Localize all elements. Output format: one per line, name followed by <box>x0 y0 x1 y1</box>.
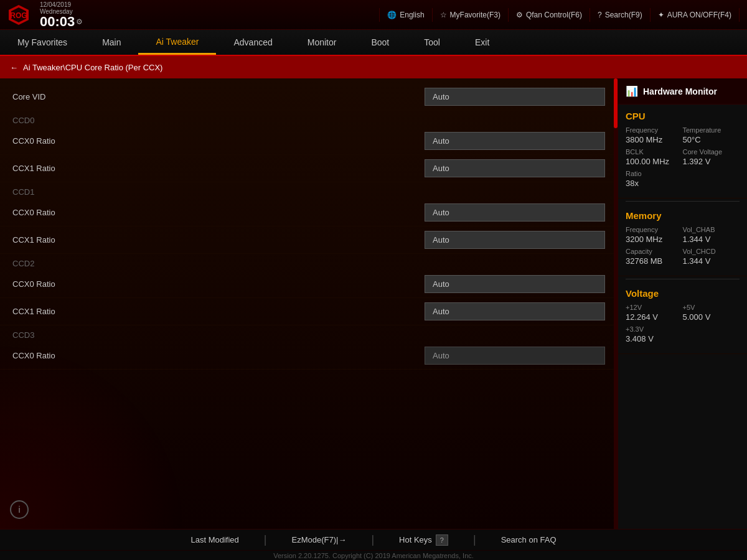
mem-volchcd-value: 1.344 V <box>683 256 740 266</box>
volt-33v-col: +3.3V 3.408 V <box>626 325 740 343</box>
myfavorite-btn[interactable]: ☆ MyFavorite(F3) <box>433 8 509 22</box>
nav-tool[interactable]: Tool <box>406 30 458 55</box>
hot-keys-icon: ? <box>436 534 448 546</box>
ccd1-ccx0-box: Auto <box>425 203 605 222</box>
aura-icon: ✦ <box>658 11 664 19</box>
ccd3-header: CCD3 <box>0 325 618 342</box>
volt-12v-5v-row: +12V 12.264 V +5V 5.000 V <box>626 304 740 322</box>
cpu-corevoltage-value: 1.392 V <box>683 157 740 166</box>
mem-freq-label: Frequency <box>626 226 683 233</box>
date-display: 12/04/2019Wednesday <box>40 1 73 15</box>
language-btn[interactable]: 🌐 English <box>379 8 432 22</box>
nav-monitor[interactable]: Monitor <box>290 30 354 55</box>
qfan-btn[interactable]: ⚙ Qfan Control(F6) <box>509 8 590 22</box>
footer-sep-2: | <box>371 533 374 546</box>
aura-btn[interactable]: ✦ AURA ON/OFF(F4) <box>651 8 740 22</box>
ccd2-ccx0-row[interactable]: CCX0 Ratio Auto <box>0 271 618 298</box>
nav-exit[interactable]: Exit <box>458 30 507 55</box>
nav-main[interactable]: Main <box>85 30 138 55</box>
star-icon: ☆ <box>440 11 447 19</box>
last-modified-btn[interactable]: Last Modified <box>190 535 238 544</box>
scroll-thumb[interactable] <box>614 78 618 128</box>
mem-capacity-volchcd-row: Capacity 32768 MB Vol_CHCD 1.344 V <box>626 248 740 266</box>
ccd1-ccx1-label: CCX1 Ratio <box>12 235 425 245</box>
info-area: i <box>10 500 29 519</box>
mem-freq-col: Frequency 3200 MHz <box>626 226 683 244</box>
hw-monitor-title: Hardware Monitor <box>643 86 717 96</box>
cpu-ratio-col: Ratio 38x <box>626 170 740 188</box>
nav-ai-tweaker-label: Ai Tweaker <box>156 37 199 47</box>
svg-text:ROG: ROG <box>10 11 27 20</box>
volt-33v-value: 3.408 V <box>626 334 740 343</box>
volt-33v-label: +3.3V <box>626 325 740 333</box>
cpu-temp-col: Temperature 50°C <box>683 126 740 144</box>
datetime: 12/04/2019Wednesday 00:03 ⚙ <box>40 1 83 29</box>
cpu-ratio-value: 38x <box>626 179 740 188</box>
voltage-section: Voltage +12V 12.264 V +5V 5.000 V +3.3V … <box>618 282 747 354</box>
nav-advanced-label: Advanced <box>233 37 272 47</box>
ccd0-ccx0-label: CCX0 Ratio <box>12 136 425 146</box>
core-vid-value: Auto <box>425 88 605 106</box>
nav-ai-tweaker[interactable]: Ai Tweaker <box>138 30 216 55</box>
ccd0-ccx0-row[interactable]: CCX0 Ratio Auto <box>0 128 618 155</box>
ccd2-ccx1-row[interactable]: CCX1 Ratio Auto <box>0 298 618 325</box>
fan-icon: ⚙ <box>516 11 523 19</box>
memory-section-title: Memory <box>626 210 740 221</box>
cpu-bclk-value: 100.00 MHz <box>626 157 683 166</box>
footer-sep-1: | <box>264 533 267 546</box>
time-display: 00:03 <box>40 15 75 29</box>
ccd3-ccx0-row[interactable]: CCX0 Ratio Auto <box>0 342 618 370</box>
ccd0-ccx0-box: Auto <box>425 132 605 150</box>
ccd1-ccx1-row[interactable]: CCX1 Ratio Auto <box>0 226 618 254</box>
ccd0-ccx1-box: Auto <box>425 159 605 177</box>
aura-label: AURA ON/OFF(F4) <box>667 11 731 19</box>
cpu-corevoltage-col: Core Voltage 1.392 V <box>683 148 740 166</box>
mem-capacity-col: Capacity 32768 MB <box>626 248 683 266</box>
hot-keys-btn[interactable]: Hot Keys ? <box>399 534 448 546</box>
ccd0-ccx1-row[interactable]: CCX1 Ratio Auto <box>0 155 618 182</box>
mem-freq-value: 3200 MHz <box>626 235 683 244</box>
volt-5v-col: +5V 5.000 V <box>683 304 740 322</box>
mem-volchcd-label: Vol_CHCD <box>683 248 740 255</box>
memory-section: Memory Frequency 3200 MHz Vol_CHAB 1.344… <box>618 204 747 276</box>
ccd1-ccx0-row[interactable]: CCX0 Ratio Auto <box>0 199 618 226</box>
footer-version: Version 2.20.1275. Copyright (C) 2019 Am… <box>273 551 474 560</box>
hw-divider-2 <box>626 279 740 279</box>
volt-12v-label: +12V <box>626 304 683 311</box>
cpu-temp-value: 50°C <box>683 135 740 144</box>
hw-monitor-panel: 📊 Hardware Monitor CPU Frequency 3800 MH… <box>618 78 747 529</box>
ccd2-ccx1-value: Auto <box>425 302 605 320</box>
ez-mode-btn[interactable]: EzMode(F7)|→ <box>291 535 346 544</box>
setting-row[interactable]: Core VID Auto <box>0 83 618 111</box>
search-faq-label: Search on FAQ <box>501 535 557 544</box>
mem-volchab-value: 1.344 V <box>683 235 740 244</box>
hw-monitor-header: 📊 Hardware Monitor <box>618 78 747 105</box>
settings-icon[interactable]: ⚙ <box>76 17 83 26</box>
content-panel: Core VID Auto CCD0 CCX0 Ratio Auto CCX1 … <box>0 78 618 529</box>
ccd1-ccx1-value: Auto <box>425 231 605 249</box>
info-icon[interactable]: i <box>10 500 29 519</box>
search-btn[interactable]: ? Search(F9) <box>590 8 651 22</box>
nav-advanced[interactable]: Advanced <box>216 30 289 55</box>
volt-12v-col: +12V 12.264 V <box>626 304 683 322</box>
ccd3-ccx0-value: Auto <box>425 347 605 365</box>
nav-my-favorites[interactable]: My Favorites <box>0 30 85 55</box>
search-faq-btn[interactable]: Search on FAQ <box>501 535 557 544</box>
footer: Last Modified | EzMode(F7)|→ | Hot Keys … <box>0 529 747 560</box>
cpu-section: CPU Frequency 3800 MHz Temperature 50°C … <box>618 105 747 198</box>
cpu-freq-value: 3800 MHz <box>626 135 683 144</box>
monitor-icon: 📊 <box>626 85 638 97</box>
scrollbar[interactable] <box>614 78 618 529</box>
cpu-temp-label: Temperature <box>683 126 740 134</box>
search-icon: ? <box>598 11 602 19</box>
mem-capacity-value: 32768 MB <box>626 256 683 266</box>
rog-icon: ROG <box>7 4 30 26</box>
cpu-freq-col: Frequency 3800 MHz <box>626 126 683 144</box>
footer-top: Last Modified | EzMode(F7)|→ | Hot Keys … <box>0 530 747 551</box>
cpu-bclk-label: BCLK <box>626 148 683 156</box>
nav-boot[interactable]: Boot <box>354 30 406 55</box>
ccd2-header: CCD2 <box>0 254 618 271</box>
cpu-corevoltage-label: Core Voltage <box>683 148 740 156</box>
nav-boot-label: Boot <box>371 37 389 47</box>
main-layout: Core VID Auto CCD0 CCX0 Ratio Auto CCX1 … <box>0 78 747 529</box>
